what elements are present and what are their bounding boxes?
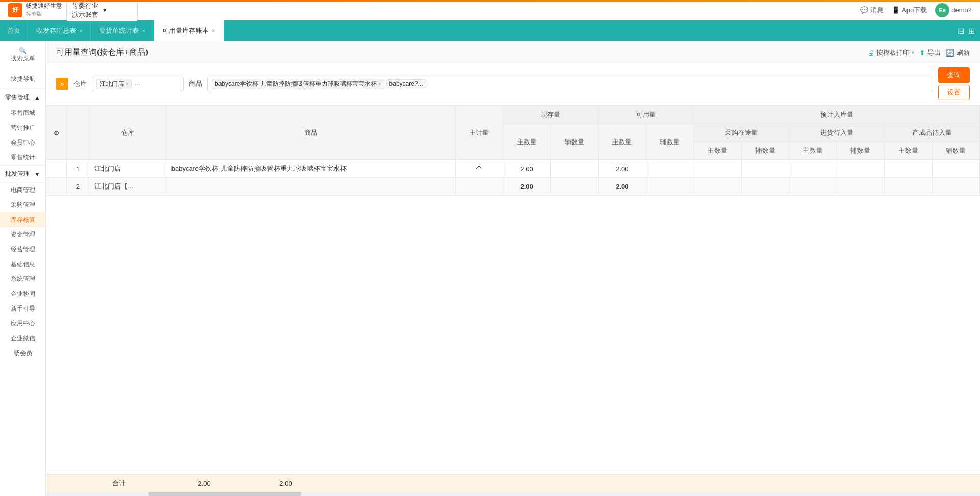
- td-finished-aux: [932, 160, 979, 178]
- td-avail-main2: 2.00: [598, 178, 646, 196]
- sidebar-item-system[interactable]: 系统管理: [0, 272, 45, 287]
- product-tag-babycare[interactable]: babycare学饮杯 儿童防摔防撞吸管杯重力球吸嘴杯宝宝水杯 ×: [212, 79, 384, 89]
- warehouse-tag-jiangbei[interactable]: 江北门店 ×: [96, 79, 132, 89]
- td-stock-main2: 2.00: [503, 178, 550, 196]
- sidebar-section-wholesale-header[interactable]: 批发管理 ▼: [0, 166, 45, 182]
- product-tag-close-icon[interactable]: ×: [378, 81, 381, 87]
- th-product: 商品: [166, 106, 455, 160]
- th-stock-aux: 辅数量: [551, 124, 598, 160]
- expand-button[interactable]: »: [56, 78, 68, 90]
- td-finished-main: [885, 160, 932, 178]
- close-icon[interactable]: ×: [142, 28, 145, 34]
- settings-button[interactable]: 设置: [938, 85, 970, 100]
- th-finished-main: 主数量: [885, 142, 932, 160]
- store-selector[interactable]: 母婴行业演示账套 ▾: [66, 0, 138, 21]
- enterprise-label: 企业协同: [11, 290, 35, 297]
- sidebar-item-basics[interactable]: 基础信息: [0, 257, 45, 272]
- print-button[interactable]: 🖨 按模板打印 ▾: [867, 48, 914, 57]
- product-tag-babycare2[interactable]: babycare?...: [386, 79, 426, 88]
- warehouse-filter-tags[interactable]: 江北门店 × ···: [92, 77, 184, 91]
- sidebar-item-procurement[interactable]: 采购管理: [0, 198, 45, 212]
- warehouse-filter-label: 仓库: [74, 79, 87, 88]
- query-button[interactable]: 查询: [938, 67, 970, 83]
- sidebar-item-wechat[interactable]: 企业微信: [0, 331, 45, 346]
- close-icon[interactable]: ×: [79, 28, 82, 34]
- sidebar-item-enterprise[interactable]: 企业协同: [0, 287, 45, 301]
- avatar: Ea: [935, 3, 949, 17]
- sidebar-item-operations[interactable]: 经营管理: [0, 242, 45, 257]
- close-icon[interactable]: ×: [212, 28, 215, 34]
- td-product: babycare学饮杯 儿童防摔防撞吸管杯重力球吸嘴杯宝宝水杯: [166, 160, 455, 178]
- chevron-down-icon: ▾: [103, 6, 132, 14]
- sidebar-search-area: 🔍 搜索菜单: [0, 41, 45, 69]
- chevron-down-icon: ▼: [34, 171, 40, 178]
- tab-home-label: 首页: [7, 26, 20, 35]
- store-name: 母婴行业演示账套: [72, 1, 101, 19]
- td-purchase-aux2: [741, 178, 789, 196]
- td-incoming-main: [789, 160, 837, 178]
- top-bar-left: 好 畅捷通好生意 标准版 母婴行业演示账套 ▾: [8, 0, 138, 21]
- minimize-icon[interactable]: ⊟: [958, 26, 964, 36]
- sidebar-item-member-club[interactable]: 畅会员: [0, 346, 45, 361]
- th-index: [67, 106, 89, 160]
- tab-available-stock[interactable]: 可用量库存账本 ×: [154, 20, 224, 41]
- user-menu[interactable]: Ea demo2: [935, 3, 972, 17]
- newbie-label: 新手引导: [11, 305, 35, 312]
- sidebar-item-online-store[interactable]: 零售商城: [0, 106, 45, 121]
- td-purchase-main2: [694, 178, 741, 196]
- product-filter-tags[interactable]: babycare学饮杯 儿童防摔防撞吸管杯重力球吸嘴杯宝宝水杯 × babyca…: [207, 77, 933, 91]
- warehouse-tag-close-icon[interactable]: ×: [126, 81, 129, 87]
- sidebar-item-app-center[interactable]: 应用中心: [0, 316, 45, 331]
- warehouse-ellipsis[interactable]: ···: [135, 80, 140, 88]
- th-goods-incoming: 进货待入量: [789, 124, 885, 142]
- th-finished-aux: 辅数量: [932, 142, 979, 160]
- scrollbar-thumb[interactable]: [148, 492, 301, 496]
- td-incoming-aux2: [837, 178, 884, 196]
- export-icon: ⬆: [919, 49, 925, 57]
- product-tag2-label: babycare?...: [389, 80, 423, 87]
- td-incoming-aux: [837, 160, 884, 178]
- tab-receivable-label: 收发存汇总表: [36, 26, 76, 35]
- print-chevron-icon: ▾: [912, 50, 914, 55]
- sidebar-item-newbie[interactable]: 新手引导: [0, 301, 45, 316]
- sidebar-section-retail-header[interactable]: 零售管理 ▲: [0, 89, 45, 106]
- top-bar: 好 畅捷通好生意 标准版 母婴行业演示账套 ▾ 💬 消息 📱 App下载 Ea …: [0, 0, 980, 20]
- app-download-button[interactable]: 📱 App下载: [892, 6, 927, 15]
- maximize-icon[interactable]: ⊞: [968, 26, 975, 36]
- sidebar-item-retail-stats[interactable]: 零售统计: [0, 150, 45, 165]
- tab-receivable-summary[interactable]: 收发存汇总表 ×: [28, 20, 91, 41]
- export-button[interactable]: ⬆ 导出: [919, 48, 941, 57]
- th-finished-incoming: 产成品待入量: [885, 124, 980, 142]
- procurement-label: 采购管理: [11, 201, 35, 208]
- retail-section-label: 零售管理: [5, 93, 30, 102]
- sidebar-item-marketing[interactable]: 营销推广: [0, 121, 45, 135]
- message-label: 消息: [870, 6, 884, 15]
- main-layout: 🔍 搜索菜单 快捷导航 零售管理 ▲ 零售商城 营销推广 会员中心: [0, 41, 980, 496]
- data-table: ⚙ 仓库 商品 主计量 现存量 可用量 预计入库量 主数量 辅数量 主数量 辅数…: [46, 106, 980, 196]
- sidebar-item-members[interactable]: 会员中心: [0, 135, 45, 150]
- sidebar: 🔍 搜索菜单 快捷导航 零售管理 ▲ 零售商城 营销推广 会员中心: [0, 41, 46, 496]
- search-menu-label: 搜索菜单: [3, 54, 42, 63]
- table-row: 1 江北门店 babycare学饮杯 儿童防摔防撞吸管杯重力球吸嘴杯宝宝水杯 个…: [46, 160, 980, 178]
- scrollbar-area[interactable]: [46, 492, 980, 496]
- sidebar-item-ecommerce[interactable]: 电商管理: [0, 183, 45, 198]
- sidebar-item-quick-nav[interactable]: 快捷导航: [0, 72, 45, 86]
- filter-action-buttons: 查询 设置: [938, 67, 970, 100]
- retail-stats-label: 零售统计: [11, 154, 35, 161]
- th-purchase-aux: 辅数量: [741, 142, 789, 160]
- page-header: 可用量查询(按仓库+商品) 🖨 按模板打印 ▾ ⬆ 导出 🔄 刷新: [46, 41, 980, 62]
- tab-order-statistics[interactable]: 要货单统计表 ×: [91, 20, 154, 41]
- message-button[interactable]: 💬 消息: [860, 6, 884, 15]
- th-stock-group: 现存量: [503, 106, 598, 124]
- tab-home[interactable]: 首页: [0, 20, 28, 41]
- sidebar-item-inventory[interactable]: 库存核算: [0, 212, 45, 227]
- search-menu-button[interactable]: 🔍 搜索菜单: [3, 45, 42, 65]
- refresh-button[interactable]: 🔄 刷新: [946, 48, 970, 57]
- th-warehouse: 仓库: [89, 106, 166, 160]
- table-row: 2 江北门店【... 2.00 2.00: [46, 178, 980, 196]
- sidebar-item-finance[interactable]: 资金管理: [0, 227, 45, 242]
- th-planned-group: 预计入库量: [694, 106, 979, 124]
- td-stock-aux2: [551, 178, 598, 196]
- page-actions: 🖨 按模板打印 ▾ ⬆ 导出 🔄 刷新: [867, 48, 970, 57]
- th-settings[interactable]: ⚙: [46, 106, 67, 160]
